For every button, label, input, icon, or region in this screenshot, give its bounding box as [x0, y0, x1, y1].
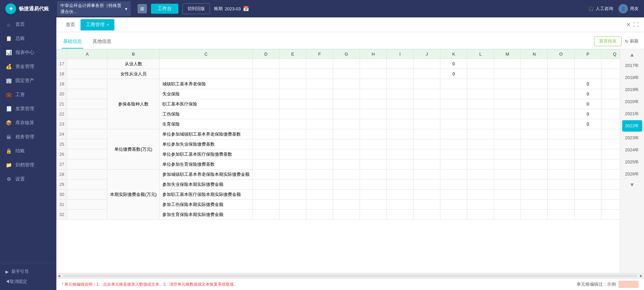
cell-c-28[interactable]: 参加城镇职工基本养老保险本期实际缴费金额: [160, 169, 253, 179]
cell-a-20[interactable]: [67, 89, 107, 99]
cell-n-27[interactable]: [521, 159, 548, 169]
cell-k-19[interactable]: [440, 79, 467, 89]
cell-e-28[interactable]: [279, 169, 306, 179]
sidebar-item-settings[interactable]: ⚙ 设置: [0, 172, 56, 186]
cell-b-17[interactable]: 从业人数: [107, 59, 160, 69]
cell-k-20[interactable]: [440, 89, 467, 99]
year-item-2019[interactable]: 2019年: [622, 84, 642, 95]
cell-p-29[interactable]: [575, 179, 601, 190]
cell-a-19[interactable]: [67, 79, 107, 89]
cell-p-22[interactable]: 0: [575, 109, 601, 119]
cell-l-20[interactable]: [467, 89, 494, 99]
cell-l-24[interactable]: [467, 129, 494, 139]
cell-a-27[interactable]: [67, 159, 107, 169]
calendar-icon[interactable]: 📅: [243, 6, 249, 12]
cell-k-27[interactable]: [440, 159, 467, 169]
cell-h-21[interactable]: [360, 99, 387, 109]
sidebar-item-ledger[interactable]: 📋 总账: [0, 31, 56, 46]
cell-g-20[interactable]: [333, 89, 360, 99]
cell-l-28[interactable]: [467, 169, 494, 179]
cell-n-23[interactable]: [521, 119, 548, 129]
cell-i-28[interactable]: [387, 169, 414, 179]
cell-j-20[interactable]: [414, 89, 440, 99]
cell-h-25[interactable]: [360, 139, 387, 149]
sub-tab-other[interactable]: 其他信息: [91, 37, 113, 49]
sidebar-item-close[interactable]: 🔒 结账: [0, 144, 56, 158]
cell-j-32[interactable]: [414, 210, 440, 220]
cell-m-23[interactable]: [494, 119, 521, 129]
cell-k-29[interactable]: [440, 179, 467, 190]
cell-m-29[interactable]: [494, 179, 521, 190]
cell-i-20[interactable]: [387, 89, 414, 99]
cell-q-32[interactable]: [601, 210, 620, 220]
cell-f-24[interactable]: [306, 129, 333, 139]
cell-i-31[interactable]: [387, 200, 414, 210]
cell-p-28[interactable]: [575, 169, 601, 179]
cell-q-22[interactable]: [601, 109, 620, 119]
cell-a-24[interactable]: [67, 129, 107, 139]
cell-j-23[interactable]: [414, 119, 440, 129]
cell-i-30[interactable]: [387, 190, 414, 200]
year-item-2025[interactable]: 2025年: [622, 156, 642, 168]
cell-n-25[interactable]: [521, 139, 548, 149]
company-icon-button[interactable]: ⊞: [138, 4, 147, 13]
cell-c-25[interactable]: 单位参加失业保险缴费基数: [160, 139, 253, 149]
spreadsheet-inner[interactable]: ABCDEFGHIJKLMNOPQ 17从业人数018女性从业人员019参保各险…: [56, 49, 620, 273]
cell-f-28[interactable]: [306, 169, 333, 179]
cell-g-22[interactable]: [333, 109, 360, 119]
cell-o-23[interactable]: [548, 119, 575, 129]
cell-q-24[interactable]: [601, 129, 620, 139]
cell-i-25[interactable]: [387, 139, 414, 149]
cell-k-21[interactable]: [440, 99, 467, 109]
cell-n-17[interactable]: [521, 59, 548, 69]
cell-k-26[interactable]: [440, 149, 467, 159]
cell-g-30[interactable]: [333, 190, 360, 200]
cell-h-19[interactable]: [360, 79, 387, 89]
cell-h-17[interactable]: [360, 59, 387, 69]
cell-p-27[interactable]: [575, 159, 601, 169]
cell-c-24[interactable]: 单位参加城镇职工基本养老保险缴费基数: [160, 129, 253, 139]
cell-m-26[interactable]: [494, 149, 521, 159]
cell-f-17[interactable]: [306, 59, 333, 69]
cell-f-18[interactable]: [306, 69, 333, 79]
cell-d-19[interactable]: [253, 79, 279, 89]
cell-f-19[interactable]: [306, 79, 333, 89]
cell-g-18[interactable]: [333, 69, 360, 79]
cell-i-18[interactable]: [387, 69, 414, 79]
cell-f-26[interactable]: [306, 149, 333, 159]
cell-p-26[interactable]: [575, 149, 601, 159]
cell-h-32[interactable]: [360, 210, 387, 220]
refresh-button[interactable]: ↻ 刷新: [625, 38, 639, 44]
cell-j-31[interactable]: [414, 200, 440, 210]
cell-q-21[interactable]: [601, 99, 620, 109]
cell-f-27[interactable]: [306, 159, 333, 169]
cell-n-24[interactable]: [521, 129, 548, 139]
cell-m-22[interactable]: [494, 109, 521, 119]
cell-p-31[interactable]: [575, 200, 601, 210]
cell-p-21[interactable]: 0: [575, 99, 601, 109]
cell-m-18[interactable]: [494, 69, 521, 79]
cell-q-28[interactable]: [601, 169, 620, 179]
cell-g-21[interactable]: [333, 99, 360, 109]
cell-c-27[interactable]: 单位参加生育保险缴费基数: [160, 159, 253, 169]
cell-c-17[interactable]: [160, 59, 253, 69]
scroll-right-icon[interactable]: ▶: [640, 274, 643, 278]
cell-q-19[interactable]: [601, 79, 620, 89]
cell-o-20[interactable]: [548, 89, 575, 99]
year-item-2020[interactable]: 2020年: [622, 96, 642, 107]
cell-c-22[interactable]: 工伤保险: [160, 109, 253, 119]
cell-l-17[interactable]: [467, 59, 494, 69]
cell-j-18[interactable]: [414, 69, 440, 79]
cell-m-28[interactable]: [494, 169, 521, 179]
cell-j-24[interactable]: [414, 129, 440, 139]
cell-a-28[interactable]: [67, 169, 107, 179]
cell-f-29[interactable]: [306, 179, 333, 190]
cell-e-23[interactable]: [279, 119, 306, 129]
cell-j-25[interactable]: [414, 139, 440, 149]
cell-n-20[interactable]: [521, 89, 548, 99]
cell-j-22[interactable]: [414, 109, 440, 119]
cell-f-30[interactable]: [306, 190, 333, 200]
cell-n-32[interactable]: [521, 210, 548, 220]
cell-e-27[interactable]: [279, 159, 306, 169]
cell-q-26[interactable]: [601, 149, 620, 159]
